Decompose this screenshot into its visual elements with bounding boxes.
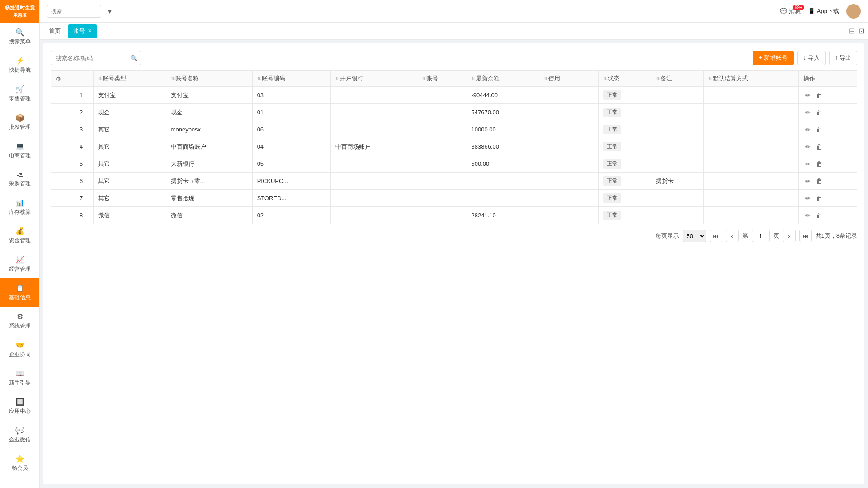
sidebar-item-search[interactable]: 🔍搜索菜单 [0, 23, 39, 51]
sidebar-item-label: 经营管理 [9, 265, 31, 273]
row-action-4: ✏ 🗑 [799, 155, 857, 173]
tab-home[interactable]: 首页 [43, 24, 66, 38]
table-header-row: ⚙ ⇅账号类型 ⇅账号名称 ⇅账号编码 ⇅开户银行 ⇅账号 ⇅最新余额 ⇅使用.… [51, 71, 857, 87]
col-type[interactable]: ⇅账号类型 [94, 71, 166, 87]
sidebar-item-operations[interactable]: 📈经营管理 [0, 250, 39, 278]
delete-button-2[interactable]: 🗑 [814, 125, 824, 134]
sidebar-item-wechat[interactable]: 💬企业微信 [0, 421, 39, 449]
finance-icon: 💰 [15, 227, 24, 235]
col-account[interactable]: ⇅账号 [417, 71, 467, 87]
avatar[interactable] [846, 4, 861, 19]
row-remark-3 [651, 138, 704, 155]
edit-button-6[interactable]: ✏ [803, 194, 812, 203]
row-account-0 [417, 87, 467, 104]
row-bank-5 [330, 173, 417, 190]
app-download-button[interactable]: 📱 App下载 [808, 7, 839, 15]
row-num-5: 6 [69, 173, 94, 190]
prev-page-button[interactable]: ‹ [726, 230, 739, 242]
page-suffix: 页 [774, 232, 779, 240]
sidebar-item-inventory[interactable]: 📊库存核算 [0, 193, 39, 221]
sidebar-item-quick[interactable]: ⚡快捷导航 [0, 51, 39, 80]
table-row: 1 支付宝 支付宝 03 -90444.00 正常 ✏ 🗑 [51, 87, 857, 104]
row-type-7: 微信 [94, 207, 166, 224]
delete-button-5[interactable]: 🗑 [814, 177, 824, 186]
delete-button-7[interactable]: 🗑 [814, 211, 824, 220]
search-icon[interactable]: 🔍 [130, 55, 137, 61]
message-badge: 99+ [793, 5, 804, 10]
status-badge-1: 正常 [603, 108, 621, 117]
sidebar-item-wholesale[interactable]: 📦批发管理 [0, 108, 39, 136]
delete-button-0[interactable]: 🗑 [814, 91, 824, 100]
col-status[interactable]: ⇅状态 [598, 71, 651, 87]
edit-button-5[interactable]: ✏ [803, 177, 812, 186]
add-account-button[interactable]: + 新增账号 [753, 51, 794, 65]
col-default-payment[interactable]: ⇅默认结算方式 [704, 71, 799, 87]
delete-button-1[interactable]: 🗑 [814, 108, 824, 117]
col-balance[interactable]: ⇅最新余额 [467, 71, 539, 87]
row-gear-3 [51, 138, 69, 155]
content-area: 🔍 + 新增账号 ↓ 导入 ↑ 导出 ⚙ ⇅账号类型 ⇅账号名称 ⇅账号编码 ⇅… [43, 43, 864, 484]
search-wrap: 🔍 [51, 51, 141, 65]
row-remark-4 [651, 155, 704, 173]
last-page-button[interactable]: ⏭ [799, 230, 812, 242]
first-page-button[interactable]: ⏮ [710, 230, 722, 242]
col-name[interactable]: ⇅账号名称 [166, 71, 252, 87]
sidebar-item-ecommerce[interactable]: 💻电商管理 [0, 136, 39, 165]
page-size-select[interactable]: 50 100 200 [683, 230, 706, 242]
col-usage[interactable]: ⇅使用... [539, 71, 598, 87]
top-search-input[interactable] [47, 5, 101, 18]
table-row: 5 其它 大新银行 05 500.00 正常 ✏ 🗑 [51, 155, 857, 173]
tab-maximize-icon[interactable]: ⊡ [859, 27, 864, 35]
edit-button-0[interactable]: ✏ [803, 91, 812, 100]
page-number-input[interactable] [752, 230, 770, 242]
status-badge-3: 正常 [603, 142, 621, 151]
import-button[interactable]: ↓ 导入 [797, 51, 826, 65]
row-usage-1 [539, 104, 598, 121]
delete-button-4[interactable]: 🗑 [814, 160, 824, 169]
row-num-4: 5 [69, 155, 94, 173]
row-bank-2 [330, 121, 417, 138]
row-type-4: 其它 [94, 155, 166, 173]
col-bank[interactable]: ⇅开户银行 [330, 71, 417, 87]
sidebar-item-retail[interactable]: 🛒零售管理 [0, 80, 39, 108]
export-button[interactable]: ↑ 导出 [829, 51, 857, 65]
edit-button-3[interactable]: ✏ [803, 142, 812, 151]
sidebar-item-agreement[interactable]: 🤝企业协同 [0, 335, 39, 364]
col-remark[interactable]: ⇅备注 [651, 71, 704, 87]
sidebar-item-member[interactable]: ⭐畅会员 [0, 449, 39, 478]
retail-icon: 🛒 [15, 85, 24, 94]
tab-home-label: 首页 [49, 27, 61, 35]
edit-button-7[interactable]: ✏ [803, 211, 812, 220]
row-gear-1 [51, 104, 69, 121]
row-type-5: 其它 [94, 173, 166, 190]
edit-button-4[interactable]: ✏ [803, 160, 812, 169]
col-gear[interactable]: ⚙ [51, 71, 69, 87]
message-button[interactable]: 💬 消息 99+ [780, 7, 801, 15]
delete-button-3[interactable]: 🗑 [814, 142, 824, 151]
delete-button-6[interactable]: 🗑 [814, 194, 824, 203]
status-badge-5: 正常 [603, 176, 621, 186]
edit-button-1[interactable]: ✏ [803, 108, 812, 117]
edit-button-2[interactable]: ✏ [803, 125, 812, 134]
tab-close-icon[interactable]: ✕ [88, 28, 92, 34]
row-type-3: 其它 [94, 138, 166, 155]
sidebar-item-guide[interactable]: 📖新手引导 [0, 364, 39, 392]
col-code[interactable]: ⇅账号编码 [252, 71, 330, 87]
total-label: 共1页，8条记录 [816, 232, 857, 240]
sidebar-item-app-center[interactable]: 🔲应用中心 [0, 392, 39, 421]
sidebar-item-purchase[interactable]: 🛍采购管理 [0, 165, 39, 193]
tab-account[interactable]: 账号 ✕ [68, 24, 97, 38]
sidebar-item-finance[interactable]: 💰资金管理 [0, 221, 39, 250]
row-num-0: 1 [69, 87, 94, 104]
table-row: 7 其它 零售抵现 STORED... 正常 ✏ 🗑 [51, 190, 857, 207]
next-page-button[interactable]: › [783, 230, 796, 242]
sidebar-item-basic[interactable]: 📋基础信息 [0, 278, 39, 307]
dropdown-icon[interactable]: ▼ [107, 8, 113, 15]
sidebar-item-label: 电商管理 [9, 152, 31, 160]
row-balance-1: 547670.00 [467, 104, 539, 121]
tab-minimize-icon[interactable]: ⊟ [849, 27, 855, 35]
search-input[interactable] [51, 51, 141, 65]
sidebar-item-system[interactable]: ⚙系统管理 [0, 307, 39, 335]
tab-bar: 首页 账号 ✕ ⊟ ⊡ [40, 23, 868, 40]
row-usage-3 [539, 138, 598, 155]
